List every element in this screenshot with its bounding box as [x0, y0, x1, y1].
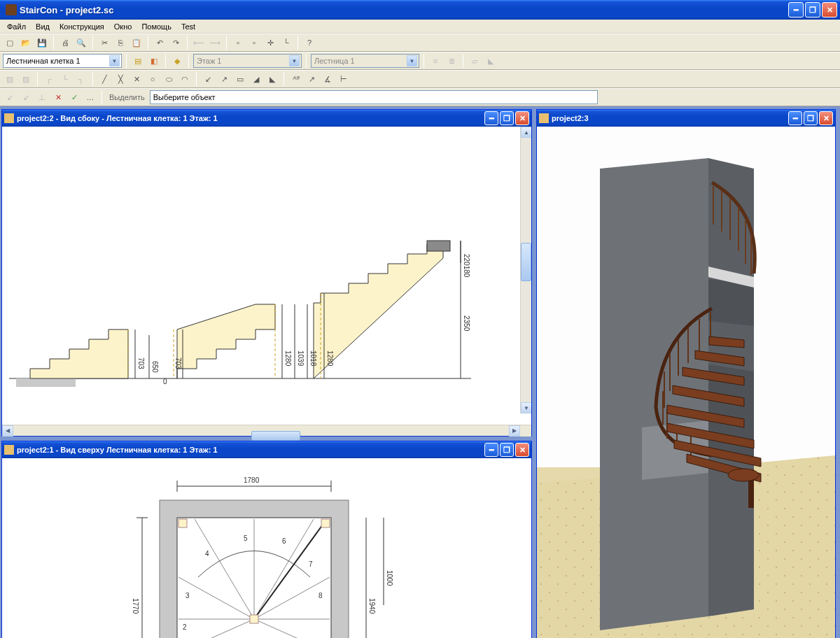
- window-3d-titlebar[interactable]: project2:3 ━ ❐ ✕: [537, 110, 835, 127]
- paste-button[interactable]: 📋: [130, 36, 144, 50]
- close-button[interactable]: ✕: [515, 111, 529, 125]
- svg-text:8: 8: [318, 592, 323, 600]
- svg-rect-12: [427, 241, 450, 251]
- hide-button[interactable]: ◆: [170, 54, 184, 68]
- floor-combo[interactable]: Этаж 1▼: [193, 54, 302, 68]
- menu-construction[interactable]: Конструкция: [55, 21, 108, 32]
- floor-combo-value: Этаж 1: [197, 57, 221, 65]
- shape-1-button[interactable]: ▱: [468, 54, 482, 68]
- align-c-button[interactable]: ≣: [444, 54, 458, 68]
- draw-4[interactable]: └: [58, 72, 72, 86]
- scroll-down-button[interactable]: ▼: [521, 402, 531, 413]
- dim-3[interactable]: ▭: [233, 72, 247, 86]
- draw-3[interactable]: ┌: [42, 72, 56, 86]
- scroll-up-button[interactable]: ▲: [521, 127, 531, 138]
- doc-icon: [4, 113, 14, 123]
- minimize-button[interactable]: ━: [484, 111, 498, 125]
- minimize-button[interactable]: ━: [788, 2, 804, 17]
- mdi-workspace: project2:2 - Вид сбоку - Лестничная клет…: [0, 106, 840, 638]
- 3d-view-canvas[interactable]: [537, 127, 835, 638]
- redo-button[interactable]: ↷: [169, 36, 183, 50]
- tool-a-button[interactable]: ⟵: [192, 36, 206, 50]
- menu-help[interactable]: Помощь: [137, 21, 176, 32]
- circle-tool[interactable]: ○: [146, 72, 160, 86]
- menu-window[interactable]: Окно: [110, 21, 136, 32]
- dim-2[interactable]: ↗: [217, 72, 231, 86]
- snap-4-button[interactable]: └: [279, 36, 293, 50]
- menu-file[interactable]: Файл: [3, 21, 30, 32]
- scroll-left-button[interactable]: ◀: [2, 425, 13, 437]
- svg-text:6: 6: [282, 537, 286, 545]
- stair-combo[interactable]: Лестница 1▼: [311, 54, 419, 68]
- dim-1[interactable]: ↙: [201, 72, 215, 86]
- dim-5[interactable]: ◣: [265, 72, 279, 86]
- text-tool[interactable]: ᴬᴮ: [288, 72, 302, 86]
- svg-rect-49: [178, 519, 187, 527]
- open-button[interactable]: 📂: [19, 36, 33, 50]
- svg-point-95: [728, 469, 759, 481]
- cut-button[interactable]: ✂: [97, 36, 111, 50]
- cmd-2[interactable]: ↙: [19, 90, 33, 104]
- maximize-button[interactable]: ❐: [804, 111, 818, 125]
- align-l-button[interactable]: ≡: [428, 54, 442, 68]
- multi-line-tool[interactable]: ╳: [113, 72, 127, 86]
- angle-tool[interactable]: ∡: [321, 72, 335, 86]
- stairwell-combo-value: Лестничная клетка 1: [6, 57, 80, 65]
- stairwell-combo[interactable]: Лестничная клетка 1▼: [3, 54, 122, 68]
- print-button[interactable]: 🖨: [58, 36, 72, 50]
- cmd-more[interactable]: …: [83, 90, 97, 104]
- top-view-canvas[interactable]: 1780 1770 1940 1000: [2, 458, 531, 638]
- cmd-cancel[interactable]: ✕: [51, 90, 65, 104]
- minimize-button[interactable]: ━: [484, 443, 498, 457]
- window-top-titlebar[interactable]: project2:1 - Вид сверху Лестничная клетк…: [2, 441, 531, 458]
- maximize-button[interactable]: ❐: [500, 111, 514, 125]
- draw-5[interactable]: ┐: [74, 72, 88, 86]
- ellipse-tool[interactable]: ⬭: [162, 72, 176, 86]
- side-view-canvas[interactable]: 703 650 0 703 1280 1039 1018 1280 2350: [2, 127, 531, 425]
- maximize-button[interactable]: ❐: [805, 2, 820, 17]
- svg-rect-1: [16, 378, 76, 387]
- tool-b-button[interactable]: ⟶: [208, 36, 222, 50]
- save-button[interactable]: 💾: [35, 36, 49, 50]
- eraser-button[interactable]: ◧: [147, 54, 161, 68]
- scroll-vertical[interactable]: ▲ ▼: [520, 127, 531, 413]
- menu-view[interactable]: Вид: [31, 21, 54, 32]
- window-side-view[interactable]: project2:2 - Вид сбоку - Лестничная клет…: [1, 109, 532, 437]
- layer-button[interactable]: ▤: [131, 54, 145, 68]
- menu-test[interactable]: Test: [177, 21, 200, 32]
- scroll-right-button[interactable]: ▶: [509, 425, 520, 437]
- close-button[interactable]: ✕: [819, 111, 833, 125]
- cmd-1[interactable]: ↙: [3, 90, 17, 104]
- draw-2[interactable]: ▨: [19, 72, 33, 86]
- window-3d-view[interactable]: project2:3 ━ ❐ ✕: [536, 109, 836, 638]
- svg-text:1280: 1280: [284, 350, 292, 367]
- dim-4[interactable]: ◢: [249, 72, 263, 86]
- maximize-button[interactable]: ❐: [500, 443, 514, 457]
- copy-button[interactable]: ⎘: [113, 36, 127, 50]
- arc-tool[interactable]: ◠: [178, 72, 192, 86]
- shape-2-button[interactable]: ◣: [484, 54, 498, 68]
- undo-button[interactable]: ↶: [153, 36, 167, 50]
- snap-1-button[interactable]: ▫: [231, 36, 245, 50]
- line-tool[interactable]: ╱: [97, 72, 111, 86]
- snap-3-button[interactable]: ✛: [263, 36, 277, 50]
- scroll-horizontal[interactable]: ◀ ▶: [2, 425, 531, 436]
- marker-tool[interactable]: ⊢: [337, 72, 351, 86]
- leader-tool[interactable]: ↗: [304, 72, 318, 86]
- command-input[interactable]: Выберите объект: [150, 90, 598, 104]
- print-preview-button[interactable]: 🔍: [74, 36, 88, 50]
- svg-text:7: 7: [309, 560, 313, 568]
- new-button[interactable]: ▢: [3, 36, 17, 50]
- window-top-view[interactable]: project2:1 - Вид сверху Лестничная клетк…: [1, 441, 532, 638]
- snap-2-button[interactable]: ▫: [247, 36, 261, 50]
- window-side-titlebar[interactable]: project2:2 - Вид сбоку - Лестничная клет…: [2, 110, 531, 127]
- close-button[interactable]: ✕: [515, 443, 529, 457]
- cross-tool[interactable]: ✕: [130, 72, 144, 86]
- cmd-3[interactable]: ⊥: [35, 90, 49, 104]
- close-button[interactable]: ✕: [822, 2, 837, 17]
- svg-text:0: 0: [163, 378, 167, 385]
- draw-1[interactable]: ▨: [3, 72, 17, 86]
- minimize-button[interactable]: ━: [788, 111, 802, 125]
- help-button[interactable]: ?: [302, 36, 316, 50]
- cmd-ok[interactable]: ✓: [67, 90, 81, 104]
